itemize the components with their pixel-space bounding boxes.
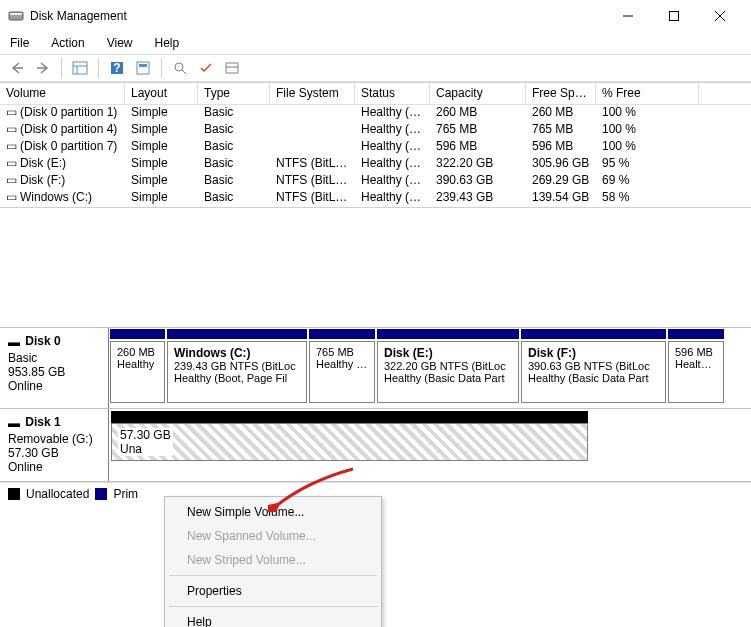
settings-icon[interactable] — [132, 57, 154, 79]
refresh-icon[interactable] — [169, 57, 191, 79]
close-button[interactable] — [697, 1, 743, 31]
col-layout[interactable]: Layout — [125, 83, 198, 104]
disk-1-type: Removable (G:) — [8, 432, 100, 446]
partition[interactable]: 596 MBHealthy (R — [668, 341, 724, 403]
unalloc-size: 57.30 GB — [120, 428, 171, 442]
ctx-help[interactable]: Help — [167, 610, 379, 627]
table-row[interactable]: ▭Disk (F:)SimpleBasicNTFS (BitLo...Healt… — [0, 173, 751, 190]
table-row[interactable]: ▭(Disk 0 partition 7)SimpleBasicHealthy … — [0, 139, 751, 156]
legend-unallocated: Unallocated — [26, 487, 89, 501]
table-row[interactable]: ▭(Disk 0 partition 1)SimpleBasicHealthy … — [0, 105, 751, 122]
col-pctfree[interactable]: % Free — [596, 83, 699, 104]
help-button[interactable]: ? — [106, 57, 128, 79]
col-freespace[interactable]: Free Spa... — [526, 83, 596, 104]
disk-row-0: ▬ Disk 0 Basic 953.85 GB Online 260 MBHe… — [0, 328, 751, 409]
partition[interactable]: Disk (E:)322.20 GB NTFS (BitLocHealthy (… — [377, 341, 519, 403]
volume-list: Volume Layout Type File System Status Ca… — [0, 82, 751, 327]
disk-1-bar — [111, 411, 588, 423]
ctx-new-striped-volume: New Striped Volume... — [167, 548, 379, 572]
minimize-button[interactable] — [605, 1, 651, 31]
unalloc-label: Una — [120, 442, 171, 456]
disk-mgmt-icon — [8, 8, 24, 24]
svg-rect-3 — [670, 12, 679, 21]
col-type[interactable]: Type — [198, 83, 270, 104]
annotation-arrow — [268, 466, 356, 515]
menubar: File Action View Help — [0, 32, 751, 54]
disk-0-name: Disk 0 — [25, 334, 60, 348]
svg-rect-13 — [137, 62, 149, 74]
partition[interactable]: Disk (F:)390.63 GB NTFS (BitLocHealthy (… — [521, 341, 666, 403]
toolbar: ? — [0, 54, 751, 82]
window-title: Disk Management — [30, 9, 605, 23]
legend-primary: Prim — [113, 487, 138, 501]
table-row[interactable]: ▭(Disk 0 partition 4)SimpleBasicHealthy … — [0, 122, 751, 139]
col-volume[interactable]: Volume — [0, 83, 125, 104]
swatch-unallocated — [8, 488, 20, 500]
check-icon[interactable] — [195, 57, 217, 79]
table-header: Volume Layout Type File System Status Ca… — [0, 83, 751, 105]
col-filesystem[interactable]: File System — [270, 83, 355, 104]
ctx-separator — [169, 606, 377, 607]
table-row[interactable]: ▭Windows (C:)SimpleBasicNTFS (BitLo...He… — [0, 190, 751, 207]
back-button[interactable] — [6, 57, 28, 79]
ctx-properties[interactable]: Properties — [167, 579, 379, 603]
svg-line-16 — [182, 70, 186, 74]
svg-rect-14 — [139, 64, 147, 67]
context-menu: New Simple Volume... New Spanned Volume.… — [164, 496, 382, 627]
menu-file[interactable]: File — [6, 34, 33, 52]
menu-action[interactable]: Action — [47, 34, 88, 52]
menu-view[interactable]: View — [103, 34, 137, 52]
disk-1-unallocated[interactable]: 57.30 GB Una — [111, 423, 588, 461]
titlebar: Disk Management — [0, 0, 751, 32]
svg-rect-17 — [226, 63, 238, 73]
ctx-separator — [169, 575, 377, 576]
maximize-button[interactable] — [651, 1, 697, 31]
disk-0-size: 953.85 GB — [8, 365, 100, 379]
svg-text:?: ? — [113, 61, 120, 75]
disk-row-1: ▬ Disk 1 Removable (G:) 57.30 GB Online … — [0, 409, 751, 482]
svg-rect-1 — [10, 13, 22, 15]
disk-1-status: Online — [8, 460, 100, 474]
disk-0-info[interactable]: ▬ Disk 0 Basic 953.85 GB Online — [0, 328, 109, 408]
partition[interactable]: 260 MBHealthy — [110, 341, 165, 403]
partition[interactable]: Windows (C:)239.43 GB NTFS (BitLocHealth… — [167, 341, 307, 403]
partition[interactable]: 765 MBHealthy (Re — [309, 341, 375, 403]
ctx-new-spanned-volume: New Spanned Volume... — [167, 524, 379, 548]
disk-1-size: 57.30 GB — [8, 446, 100, 460]
svg-rect-8 — [73, 62, 87, 74]
disk-graphical-view: ▬ Disk 0 Basic 953.85 GB Online 260 MBHe… — [0, 327, 751, 482]
table-row[interactable]: ▭Disk (E:)SimpleBasicNTFS (BitLo...Healt… — [0, 156, 751, 173]
disk-0-type: Basic — [8, 351, 100, 365]
svg-point-15 — [175, 63, 183, 71]
disk-1-name: Disk 1 — [25, 415, 60, 429]
show-hide-button[interactable] — [69, 57, 91, 79]
swatch-primary — [95, 488, 107, 500]
disk-0-status: Online — [8, 379, 100, 393]
col-status[interactable]: Status — [355, 83, 430, 104]
forward-button[interactable] — [32, 57, 54, 79]
col-capacity[interactable]: Capacity — [430, 83, 526, 104]
list-icon[interactable] — [221, 57, 243, 79]
disk-1-info[interactable]: ▬ Disk 1 Removable (G:) 57.30 GB Online — [0, 409, 109, 481]
menu-help[interactable]: Help — [151, 34, 184, 52]
window-buttons — [605, 1, 743, 31]
